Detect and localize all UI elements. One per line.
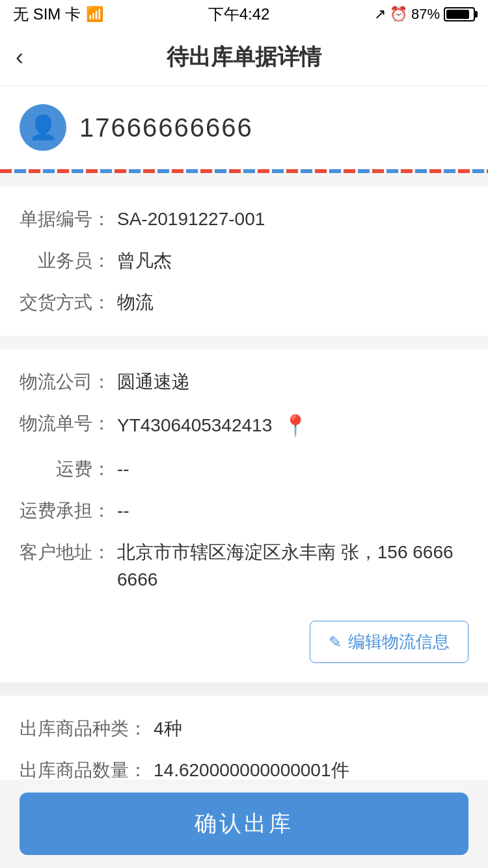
freight-bear-value: -- <box>111 497 468 524</box>
avatar-icon: 👤 <box>29 114 58 141</box>
salesman-row: 业务员： 曾凡杰 <box>20 247 468 275</box>
status-left: 无 SIM 卡 📶 <box>13 4 103 25</box>
document-number-row: 单据编号： SA-20191227-001 <box>20 206 468 233</box>
delivery-method-label: 交货方式： <box>20 289 111 316</box>
battery-fill <box>446 10 469 19</box>
salesman-label: 业务员： <box>20 247 111 275</box>
edit-logistics-button[interactable]: ✎ 编辑物流信息 <box>310 621 468 663</box>
tracking-number-label: 物流单号： <box>20 410 111 437</box>
customer-address-row: 客户地址： 北京市市辖区海淀区永丰南 张，156 6666 6666 <box>20 539 468 593</box>
user-section: 👤 17666666666 <box>0 86 488 169</box>
goods-type-row: 出库商品种类： 4种 <box>20 715 468 742</box>
avatar: 👤 <box>20 104 66 151</box>
logistics-company-row: 物流公司： 圆通速递 <box>20 368 468 396</box>
goods-type-label: 出库商品种类： <box>20 715 147 742</box>
tracking-number-value: YT4306405342413 <box>117 412 272 439</box>
status-bar: 无 SIM 卡 📶 下午4:42 ↗ ⏰ 87% <box>0 0 488 29</box>
document-number-label: 单据编号： <box>20 206 111 233</box>
goods-type-value: 4种 <box>147 715 468 742</box>
freight-row: 运费： -- <box>20 455 468 483</box>
section-divider <box>0 683 488 696</box>
location-status-icon: ↗ <box>374 6 386 23</box>
nav-bar: ‹ 待出库单据详情 <box>0 29 488 86</box>
alarm-icon: ⏰ <box>390 6 407 23</box>
wifi-icon: 📶 <box>86 6 103 23</box>
page-title: 待出库单据详情 <box>167 42 321 72</box>
time-display: 下午4:42 <box>208 4 270 25</box>
tracking-number-value-row: YT4306405342413 📍 <box>111 410 468 441</box>
decorative-divider <box>0 169 488 173</box>
confirm-outbound-button[interactable]: 确认出库 <box>20 793 468 855</box>
user-phone: 17666666666 <box>79 113 253 142</box>
document-number-value: SA-20191227-001 <box>111 206 468 233</box>
freight-bear-label: 运费承担： <box>20 497 111 524</box>
logistics-company-label: 物流公司： <box>20 368 111 396</box>
freight-bear-row: 运费承担： -- <box>20 497 468 524</box>
delivery-method-value: 物流 <box>111 289 468 316</box>
battery-percent: 87% <box>411 6 440 23</box>
edit-icon: ✎ <box>329 633 342 651</box>
delivery-method-row: 交货方式： 物流 <box>20 289 468 316</box>
tracking-number-row: 物流单号： YT4306405342413 📍 <box>20 410 468 441</box>
customer-address-value: 北京市市辖区海淀区永丰南 张，156 6666 6666 <box>111 539 468 593</box>
edit-btn-row: ✎ 编辑物流信息 <box>20 608 468 663</box>
logistics-section: 物流公司： 圆通速递 物流单号： YT4306405342413 📍 运费： -… <box>0 349 488 683</box>
map-location-icon[interactable]: 📍 <box>282 410 308 441</box>
logistics-company-value: 圆通速递 <box>111 368 468 396</box>
customer-address-label: 客户地址： <box>20 539 111 566</box>
freight-value: -- <box>111 455 468 483</box>
status-right: ↗ ⏰ 87% <box>374 6 475 23</box>
back-button[interactable]: ‹ <box>16 44 23 71</box>
basic-info-section: 单据编号： SA-20191227-001 业务员： 曾凡杰 交货方式： 物流 <box>0 186 488 336</box>
page-content: 👤 17666666666 单据编号： SA-20191227-001 业务员：… <box>0 86 488 868</box>
battery-indicator <box>444 7 475 21</box>
edit-logistics-label: 编辑物流信息 <box>348 631 450 653</box>
salesman-value: 曾凡杰 <box>111 247 468 275</box>
carrier-label: 无 SIM 卡 <box>13 4 81 25</box>
bottom-action-area: 确认出库 <box>0 780 488 868</box>
freight-label: 运费： <box>20 455 111 483</box>
